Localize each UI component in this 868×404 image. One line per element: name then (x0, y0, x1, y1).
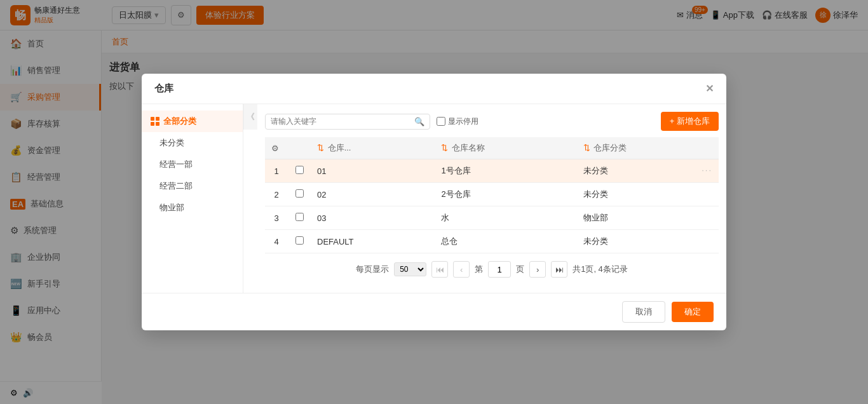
row-category: 未分类 (577, 230, 719, 253)
sort-icon-cat: ⇅ (583, 143, 590, 152)
warehouse-table: ⚙ ⇅ 仓库... ⇅ 仓库名称 ⇅ (265, 137, 719, 253)
page-prefix: 第 (475, 264, 483, 275)
sort-icon: ⇅ (317, 143, 324, 152)
category-collapse-button[interactable]: 《 (243, 104, 257, 130)
row-category: 未分类 ··· (577, 159, 719, 183)
table-body: 1 01 1号仓库 未分类 ··· 2 02 2号仓库 (265, 159, 719, 253)
table-header: ⚙ ⇅ 仓库... ⇅ 仓库名称 ⇅ (265, 137, 719, 159)
svg-rect-3 (156, 122, 159, 126)
row-code: 01 (311, 159, 435, 183)
row-num: 1 (265, 159, 288, 183)
row-code: 02 (311, 183, 435, 206)
warehouse-modal: 仓库 ✕ 全部分类 未分类 经营一部 经营二部 物业部 《 (142, 74, 726, 330)
toolbar: 🔍 显示停用 + 新增仓库 (265, 112, 719, 131)
table-row[interactable]: 1 01 1号仓库 未分类 ··· (265, 159, 719, 183)
pagination: 每页显示 50 100 200 ⏮ ‹ 第 页 › ⏭ 共1页, 4条记录 (265, 253, 719, 285)
row-name: 2号仓库 (435, 183, 576, 206)
row-category: 未分类 (577, 183, 719, 206)
category-item-ops1[interactable]: 经营一部 (142, 154, 243, 175)
page-suffix: 页 (516, 264, 524, 275)
th-code[interactable]: ⇅ 仓库... (311, 137, 435, 159)
category-item-ops2[interactable]: 经营二部 (142, 175, 243, 197)
grid-icon (151, 117, 159, 126)
svg-rect-2 (151, 122, 154, 126)
row-name: 水 (435, 206, 576, 230)
row-name: 总仓 (435, 230, 576, 253)
row-code: 03 (311, 206, 435, 230)
category-sidebar: 全部分类 未分类 经营一部 经营二部 物业部 (142, 104, 243, 293)
more-actions-icon[interactable]: ··· (702, 165, 712, 175)
search-icon: 🔍 (414, 117, 424, 126)
category-item-unclassified[interactable]: 未分类 (142, 132, 243, 154)
table-wrapper: ⚙ ⇅ 仓库... ⇅ 仓库名称 ⇅ (265, 137, 719, 253)
row-code: DEFAULT (311, 230, 435, 253)
row-check[interactable] (288, 206, 311, 230)
next-page-button[interactable]: › (529, 261, 546, 278)
th-name[interactable]: ⇅ 仓库名称 (435, 137, 576, 159)
svg-rect-0 (151, 117, 154, 121)
last-page-button[interactable]: ⏭ (551, 261, 567, 278)
per-page-label: 每页显示 (356, 264, 389, 275)
row-num: 4 (265, 230, 288, 253)
table-row[interactable]: 2 02 2号仓库 未分类 (265, 183, 719, 206)
row-num: 3 (265, 206, 288, 230)
row-check[interactable] (288, 230, 311, 253)
modal-body: 全部分类 未分类 经营一部 经营二部 物业部 《 🔍 显示停用 (142, 104, 726, 293)
row-num: 2 (265, 183, 288, 206)
show-disabled-checkbox[interactable] (437, 117, 445, 126)
show-disabled-label[interactable]: 显示停用 (437, 116, 478, 127)
total-label: 共1页, 4条记录 (573, 264, 628, 275)
search-box: 🔍 (265, 114, 430, 130)
table-row[interactable]: 3 03 水 物业部 (265, 206, 719, 230)
row-category: 物业部 (577, 206, 719, 230)
modal-close-button[interactable]: ✕ (705, 84, 714, 94)
per-page-select[interactable]: 50 100 200 (394, 262, 426, 276)
search-input[interactable] (271, 117, 412, 126)
th-category[interactable]: ⇅ 仓库分类 (577, 137, 719, 159)
table-row[interactable]: 4 DEFAULT 总仓 未分类 (265, 230, 719, 253)
th-gear[interactable]: ⚙ (265, 137, 288, 159)
first-page-button[interactable]: ⏮ (431, 261, 448, 278)
svg-rect-1 (156, 117, 159, 121)
cancel-button[interactable]: 取消 (622, 301, 665, 323)
modal-header: 仓库 ✕ (142, 74, 726, 104)
modal-title: 仓库 (154, 83, 173, 95)
modal-footer: 取消 确定 (142, 293, 726, 330)
page-number-input[interactable] (488, 261, 511, 278)
prev-page-button[interactable]: ‹ (453, 261, 470, 278)
category-item-property[interactable]: 物业部 (142, 197, 243, 219)
row-check[interactable] (288, 183, 311, 206)
confirm-button[interactable]: 确定 (672, 302, 714, 322)
th-check (288, 137, 311, 159)
sort-icon-name: ⇅ (441, 143, 448, 152)
collapse-icon: 《 (247, 111, 255, 123)
row-check[interactable] (288, 159, 311, 183)
row-name: 1号仓库 (435, 159, 576, 183)
table-area: 🔍 显示停用 + 新增仓库 ⚙ ⇅ (257, 104, 726, 293)
category-all[interactable]: 全部分类 (142, 111, 243, 132)
add-warehouse-button[interactable]: + 新增仓库 (661, 112, 719, 131)
